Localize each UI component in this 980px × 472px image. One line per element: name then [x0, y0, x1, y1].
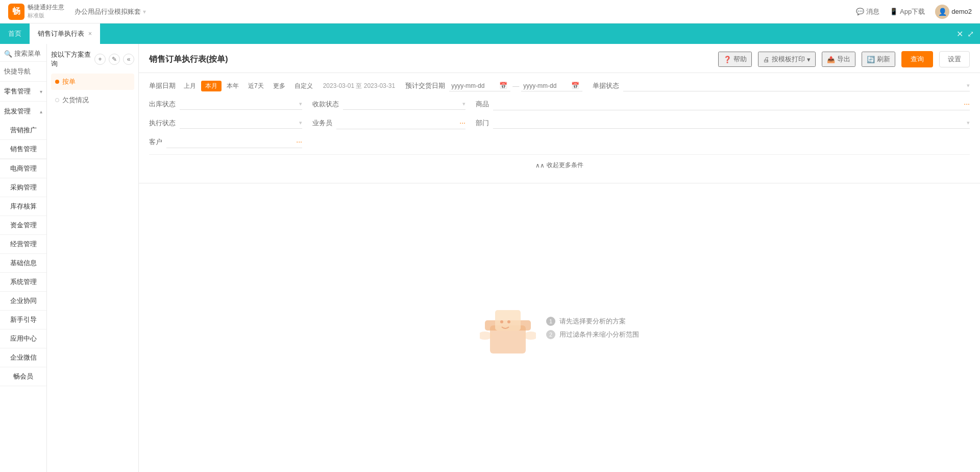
collapse-btn[interactable]: ∧∧ 收起更多条件 [529, 159, 590, 172]
export-icon: 📤 [827, 56, 835, 63]
filter-goods: 商品 ··· [476, 98, 970, 110]
sidebar: 🔍 搜索菜单 快捷导航 零售管理 ▾ 批发管理 ▴ 营销推广 销售管理 电商管理… [0, 44, 47, 472]
tab-bar-expand-btn[interactable]: ⤢ [967, 29, 974, 39]
empty-svg [480, 302, 536, 359]
chevron-up-icon: ▴ [40, 109, 42, 114]
add-scheme-btn[interactable]: + [94, 54, 106, 65]
filter-salesperson: 业务员 ··· [312, 116, 465, 129]
date-range-text: 2023-03-01 至 2023-03-31 [323, 82, 395, 90]
hint-number-2: 2 [546, 330, 555, 339]
filter-expected-date: 预计交货日期 📅 — 📅 [405, 80, 582, 91]
left-panel-actions: + ✎ « [94, 54, 134, 65]
sidebar-item-enterprise[interactable]: 企业协同 [0, 292, 46, 311]
filter-row-2: 出库状态 ▾ 收款状态 ▾ 商品 ··· [149, 98, 970, 110]
sidebar-item-basic-info[interactable]: 基础信息 [0, 254, 46, 273]
expected-date-to[interactable]: 📅 [521, 80, 582, 91]
calendar-icon-from: 📅 [499, 82, 507, 89]
sidebar-item-member[interactable]: 畅会员 [0, 367, 46, 386]
sidebar-item-finance[interactable]: 资金管理 [0, 216, 46, 235]
date-tab-current-year[interactable]: 本年 [223, 81, 243, 91]
page-actions: ❓ 帮助 🖨 按模板打印 ▾ 📤 导出 🔄 刷新 [718, 51, 970, 67]
empty-hints: 1 请先选择要分析的方案 2 用过滤条件来缩小分析范围 [546, 317, 639, 339]
expected-date-from[interactable]: 📅 [449, 80, 510, 91]
filter-dept: 部门 ▾ [476, 117, 970, 129]
content-area: 按以下方案查询 + ✎ « 按单 欠货情况 [47, 44, 980, 472]
tab-close-btn[interactable]: × [88, 30, 92, 37]
tab-active[interactable]: 销售订单执行表 × [30, 23, 100, 44]
empty-hint-1: 1 请先选择要分析的方案 [546, 317, 639, 326]
filter-row-1: 单据日期 上月 本月 本年 近7天 更多 自定义 2023-03-01 至 20… [149, 80, 970, 91]
goods-more-btn[interactable]: ··· [964, 100, 970, 108]
app-download-action[interactable]: 📱 App下载 [890, 7, 925, 16]
query-btn[interactable]: 查询 [901, 51, 933, 67]
logo-text: 畅捷通好生意 标准版 [28, 4, 64, 19]
doc-status-select[interactable]: ▾ [623, 80, 970, 91]
sidebar-item-app-center[interactable]: 应用中心 [0, 329, 46, 348]
logo-area: 畅 畅捷通好生意 标准版 [8, 4, 64, 20]
filter-doc-status: 单据状态 ▾ [593, 80, 970, 91]
filter-payment-status: 收款状态 ▾ [312, 99, 465, 110]
sidebar-item-system[interactable]: 系统管理 [0, 273, 46, 292]
sidebar-item-sales[interactable]: 销售管理 [0, 140, 46, 159]
sidebar-item-purchase[interactable]: 采购管理 [0, 178, 46, 197]
date-tab-custom[interactable]: 自定义 [290, 81, 317, 91]
left-panel-header: 按以下方案查询 + ✎ « [51, 50, 134, 68]
date-tab-more[interactable]: 更多 [269, 81, 289, 91]
delivery-status-select[interactable]: ▾ [180, 99, 302, 110]
settings-btn[interactable]: 设置 [939, 51, 970, 67]
sidebar-item-operations[interactable]: 经营管理 [0, 235, 46, 254]
date-tab-prev-month[interactable]: 上月 [180, 81, 200, 91]
refresh-btn[interactable]: 🔄 刷新 [862, 52, 895, 67]
top-bar-left: 畅 畅捷通好生意 标准版 办公用品行业模拟账套 ▾ [8, 4, 146, 20]
expected-date-to-input[interactable] [523, 82, 569, 89]
empty-illustration [480, 302, 531, 353]
user-action[interactable]: 👤 demo2 [935, 5, 972, 19]
sidebar-item-ecommerce[interactable]: 电商管理 [0, 159, 46, 178]
sidebar-item-newbie[interactable]: 新手引导 [0, 311, 46, 329]
salesperson-more-btn[interactable]: ··· [459, 119, 465, 127]
exec-status-select[interactable]: ▾ [180, 117, 302, 129]
edit-scheme-btn[interactable]: ✎ [109, 54, 120, 65]
dept-select[interactable]: ▾ [493, 117, 970, 129]
customer-more-btn[interactable]: ··· [296, 137, 302, 146]
date-tab-current-month[interactable]: 本月 [201, 81, 222, 91]
chevron-down-icon: ▾ [299, 120, 302, 126]
print-btn[interactable]: 🖨 按模板打印 ▾ [758, 52, 816, 67]
payment-status-select[interactable]: ▾ [343, 99, 465, 110]
sidebar-section-retail: 零售管理 ▾ [0, 82, 46, 102]
expected-date-from-input[interactable] [451, 82, 497, 89]
salesperson-control: ··· [336, 116, 465, 129]
chevron-down-icon: ▾ [967, 82, 970, 89]
goods-input-control: ··· [493, 98, 970, 110]
sidebar-item-wholesale[interactable]: 批发管理 ▴ [0, 102, 46, 121]
collapse-panel-btn[interactable]: « [123, 54, 134, 65]
breadcrumb-dropdown-icon[interactable]: ▾ [143, 8, 146, 15]
tab-home[interactable]: 首页 [0, 23, 30, 44]
sidebar-item-wechat[interactable]: 企业微信 [0, 348, 46, 367]
sidebar-item-inventory[interactable]: 库存核算 [0, 197, 46, 216]
scheme-item-debt[interactable]: 欠货情况 [51, 92, 134, 108]
search-icon: 🔍 [4, 50, 12, 58]
scheme-item-active[interactable]: 按单 [51, 74, 134, 90]
help-icon: ❓ [723, 56, 731, 63]
date-tab-7days[interactable]: 近7天 [244, 81, 268, 91]
export-btn[interactable]: 📤 导出 [822, 52, 855, 67]
main-layout: 🔍 搜索菜单 快捷导航 零售管理 ▾ 批发管理 ▴ 营销推广 销售管理 电商管理… [0, 44, 980, 472]
tab-bar-close-btn[interactable]: ✕ [957, 29, 963, 39]
customer-control: ··· [166, 135, 302, 148]
chevron-down-icon: ▾ [462, 101, 465, 107]
empty-state: 1 请先选择要分析的方案 2 用过滤条件来缩小分析范围 [139, 183, 980, 472]
filter-date: 单据日期 上月 本月 本年 近7天 更多 自定义 2023-03-01 至 20… [149, 81, 395, 91]
message-action[interactable]: 💬 消息 [856, 7, 879, 16]
sidebar-quick-nav[interactable]: 快捷导航 [0, 62, 46, 82]
sidebar-search[interactable]: 🔍 搜索菜单 [0, 44, 46, 62]
filter-customer: 客户 ··· [149, 135, 302, 148]
top-bar-right: 💬 消息 📱 App下载 👤 demo2 [856, 5, 972, 19]
chevron-down-icon: ▾ [299, 101, 302, 107]
sidebar-item-marketing[interactable]: 营销推广 [0, 121, 46, 140]
sidebar-item-retail[interactable]: 零售管理 ▾ [0, 82, 46, 101]
help-btn[interactable]: ❓ 帮助 [718, 52, 752, 67]
print-icon: 🖨 [763, 56, 770, 63]
collapse-icon: ∧∧ [535, 162, 545, 169]
filter-row-4: 客户 ··· [149, 135, 970, 148]
